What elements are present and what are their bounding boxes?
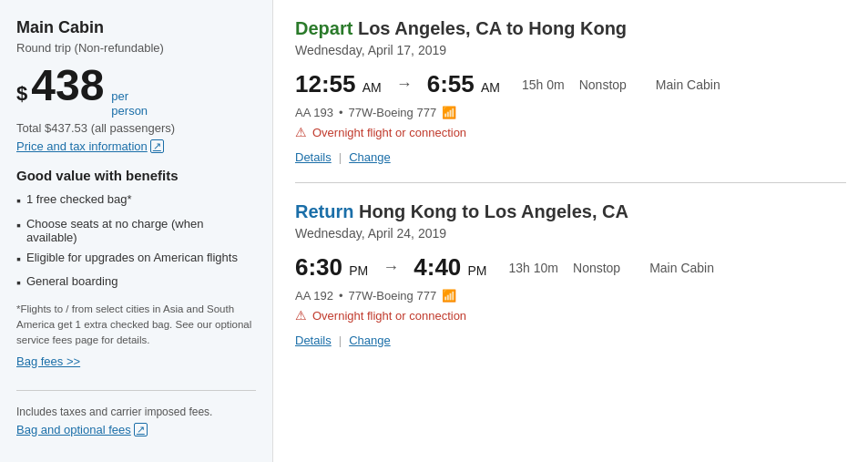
benefit-item: ▪ General boarding bbox=[16, 274, 256, 293]
flight-number: AA 193 bbox=[295, 106, 333, 119]
warning-icon: ⚠ bbox=[295, 125, 307, 139]
benefit-text: Eligible for upgrades on American flight… bbox=[26, 251, 238, 264]
cabin-class: Main Cabin bbox=[656, 77, 720, 92]
overnight-text: Overnight flight or connection bbox=[312, 126, 466, 139]
aircraft-type: 77W-Boeing 777 bbox=[349, 106, 437, 119]
arrive-period: AM bbox=[481, 80, 500, 95]
trip-type: Round trip (Non-refundable) bbox=[16, 41, 256, 55]
depart-times-row: 12:55 AM → 6:55 AM 15h 0m Nonstop Main C… bbox=[295, 70, 846, 98]
return-aircraft-type: 77W-Boeing 777 bbox=[349, 289, 437, 303]
benefit-item: ▪ 1 free checked bag* bbox=[16, 192, 256, 210]
return-flight-info: AA 192 • 77W-Boeing 777 📶 bbox=[295, 289, 846, 303]
benefit-text: General boarding bbox=[26, 274, 117, 288]
external-link-icon: ↗ bbox=[150, 139, 164, 153]
return-nonstop-label: Nonstop bbox=[573, 261, 620, 275]
return-wifi-icon: 📶 bbox=[442, 289, 456, 303]
benefit-item: ▪ Eligible for upgrades on American flig… bbox=[16, 251, 256, 269]
return-details-link[interactable]: Details bbox=[295, 334, 332, 347]
depart-route-heading: Depart Los Angeles, CA to Hong Kong bbox=[295, 18, 846, 39]
return-route: Hong Kong to Los Angeles, CA bbox=[359, 201, 628, 221]
includes-text: Includes taxes and carrier imposed fees. bbox=[16, 406, 256, 418]
cabin-title: Main Cabin bbox=[16, 18, 256, 37]
depart-overnight-row: ⚠ Overnight flight or connection bbox=[295, 125, 846, 139]
duration: 15h 0m bbox=[522, 77, 565, 92]
depart-date: Wednesday, April 17, 2019 bbox=[295, 43, 846, 57]
depart-period: AM bbox=[363, 80, 382, 95]
bag-fees-link[interactable]: Bag fees >> bbox=[16, 354, 256, 368]
price-row: $ 438 perperson bbox=[16, 64, 256, 118]
return-change-link[interactable]: Change bbox=[349, 334, 391, 347]
benefit-item: ▪ Choose seats at no charge (when availa… bbox=[16, 217, 256, 244]
per-person: perperson bbox=[111, 89, 148, 118]
depart-flight-section: Depart Los Angeles, CA to Hong Kong Wedn… bbox=[295, 18, 846, 164]
left-panel: Main Cabin Round trip (Non-refundable) $… bbox=[0, 0, 273, 462]
benefit-text: 1 free checked bag* bbox=[26, 192, 132, 206]
return-overnight-text: Overnight flight or connection bbox=[312, 309, 466, 323]
return-flight-header: Return Hong Kong to Los Angeles, CA bbox=[295, 201, 846, 222]
return-warning-icon: ⚠ bbox=[295, 308, 307, 323]
depart-label: Depart bbox=[295, 18, 352, 38]
depart-flight-info: AA 193 • 77W-Boeing 777 📶 bbox=[295, 106, 846, 119]
depart-flight-header: Depart Los Angeles, CA to Hong Kong bbox=[295, 18, 846, 39]
bag-optional-link[interactable]: Bag and optional fees ↗ bbox=[16, 423, 148, 436]
return-flight-section: Return Hong Kong to Los Angeles, CA Wedn… bbox=[295, 182, 846, 347]
benefits-title: Good value with benefits bbox=[16, 168, 256, 183]
return-arrive-time: 4:40 PM bbox=[414, 253, 486, 282]
price-amount: 438 bbox=[31, 64, 104, 108]
arrive-time: 6:55 AM bbox=[427, 70, 500, 98]
arrow-icon: → bbox=[396, 75, 413, 94]
wifi-icon: 📶 bbox=[442, 106, 456, 119]
divider bbox=[16, 390, 256, 391]
footnote: *Flights to / from select cities in Asia… bbox=[16, 302, 256, 349]
return-action-row: Details | Change bbox=[295, 334, 846, 347]
return-label: Return bbox=[295, 201, 353, 221]
price-tax-link[interactable]: Price and tax information ↗ bbox=[16, 139, 164, 153]
depart-time: 12:55 AM bbox=[295, 70, 382, 98]
depart-change-link[interactable]: Change bbox=[349, 150, 391, 164]
return-times-row: 6:30 PM → 4:40 PM 13h 10m Nonstop Main C… bbox=[295, 253, 846, 282]
return-flight-number: AA 192 bbox=[295, 289, 333, 303]
external-link-icon2: ↗ bbox=[134, 423, 148, 436]
depart-action-row: Details | Change bbox=[295, 150, 846, 164]
return-depart-period: PM bbox=[349, 263, 368, 278]
benefit-text: Choose seats at no charge (when availabl… bbox=[26, 217, 256, 244]
depart-route: Los Angeles, CA to Hong Kong bbox=[358, 18, 627, 38]
arrow-icon2: → bbox=[383, 258, 399, 277]
nonstop-label: Nonstop bbox=[579, 77, 627, 92]
depart-details-link[interactable]: Details bbox=[295, 150, 332, 164]
return-arrive-period: PM bbox=[468, 263, 487, 278]
return-cabin-class: Main Cabin bbox=[649, 261, 714, 275]
return-route-heading: Return Hong Kong to Los Angeles, CA bbox=[295, 201, 846, 222]
return-duration: 13h 10m bbox=[509, 261, 558, 275]
return-date: Wednesday, April 24, 2019 bbox=[295, 226, 846, 241]
dollar-sign: $ bbox=[16, 82, 27, 106]
right-panel: Depart Los Angeles, CA to Hong Kong Wedn… bbox=[273, 0, 868, 462]
return-overnight-row: ⚠ Overnight flight or connection bbox=[295, 308, 846, 323]
return-depart-time: 6:30 PM bbox=[295, 253, 368, 282]
total-price: Total $437.53 (all passengers) bbox=[16, 121, 256, 135]
